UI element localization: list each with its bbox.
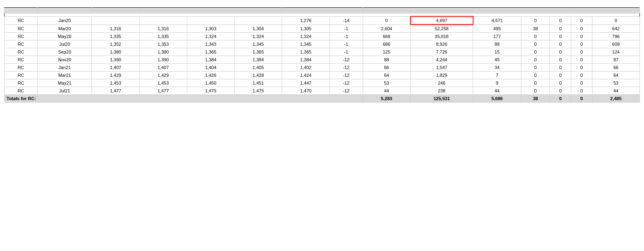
totals-block-volume: 0 xyxy=(571,95,592,103)
header-high xyxy=(139,11,187,13)
table-row: RCJul201,3521,3531,3431,3451,345-16868,9… xyxy=(4,40,640,48)
cell-vol-change: 45 xyxy=(473,56,521,64)
cell-close: 1,405 xyxy=(234,64,282,72)
header-oi xyxy=(411,11,473,13)
header-low xyxy=(187,11,234,13)
header-commodity-name xyxy=(4,8,38,13)
totals-label: Totals for RC: xyxy=(4,95,363,103)
totals-row: Totals for RC:5,283125,5315,68638002,485 xyxy=(4,95,640,103)
cell-block-volume: 0 xyxy=(571,16,592,25)
cell-efp: 0 xyxy=(521,16,550,25)
cell-open: 1,407 xyxy=(92,64,139,72)
cell-close: 1,428 xyxy=(234,72,282,79)
table-row: RCJan201,276-1404,6974,6710000 xyxy=(4,16,640,25)
cell-high: 1,477 xyxy=(139,87,187,95)
header-settle xyxy=(282,8,363,11)
cell-efp: 0 xyxy=(521,40,550,48)
header-total-volume xyxy=(363,11,410,13)
cell-close: 1,324 xyxy=(234,33,282,40)
cell-vol-change: 495 xyxy=(473,25,521,33)
cell-price: 1,402 xyxy=(282,64,330,72)
cell-open: 1,429 xyxy=(92,72,139,79)
cell-high: 1,353 xyxy=(139,40,187,48)
cell-oi: 1,547 xyxy=(411,64,473,72)
table-row: RCJul211,4771,4771,4751,4751,470-1244238… xyxy=(4,87,640,95)
cell-oi: 52,258 xyxy=(411,25,473,33)
cell-commodity: RC xyxy=(4,48,38,56)
table-row: RCJan211,4071,4071,4041,4051,402-12661,5… xyxy=(4,64,640,72)
cell-efs: 0 xyxy=(550,33,571,40)
cell-month: May20 xyxy=(38,33,92,40)
cell-efs: 0 xyxy=(550,79,571,87)
cell-block-volume: 0 xyxy=(571,72,592,79)
cell-commodity: RC xyxy=(4,72,38,79)
cell-block-volume: 0 xyxy=(571,48,592,56)
cell-price: 1,424 xyxy=(282,72,330,79)
cell-close: 1,384 xyxy=(234,56,282,64)
cell-efp: 0 xyxy=(521,72,550,79)
cell-vol-change: 177 xyxy=(473,33,521,40)
cell-commodity: RC xyxy=(4,64,38,72)
cell-change: -12 xyxy=(330,87,363,95)
cell-price: 1,365 xyxy=(282,48,330,56)
cell-spread-volume: 642 xyxy=(592,25,640,33)
cell-oi: 1,829 xyxy=(411,72,473,79)
cell-high: 1,429 xyxy=(139,72,187,79)
cell-month: Jul20 xyxy=(38,40,92,48)
cell-efp: 0 xyxy=(521,87,550,95)
cell-spread-volume: 124 xyxy=(592,48,640,56)
cell-vol-change: 7 xyxy=(473,72,521,79)
cell-block-volume: 0 xyxy=(571,87,592,95)
header-settle-change xyxy=(330,11,363,13)
cell-efs: 0 xyxy=(550,16,571,25)
cell-oi: 4,244 xyxy=(411,56,473,64)
cell-total-volume: 53 xyxy=(363,79,410,87)
cell-low: 1,426 xyxy=(187,72,234,79)
cell-price: 1,470 xyxy=(282,87,330,95)
cell-change: -12 xyxy=(330,79,363,87)
cell-price: 1,305 xyxy=(282,25,330,33)
cell-block-volume: 0 xyxy=(571,64,592,72)
cell-high xyxy=(139,16,187,25)
cell-low: 1,404 xyxy=(187,64,234,72)
cell-oi: 7,726 xyxy=(411,48,473,56)
cell-close: 1,475 xyxy=(234,87,282,95)
cell-vol-change: 44 xyxy=(473,87,521,95)
cell-efs: 0 xyxy=(550,64,571,72)
table-row: RCMay201,3351,3351,3241,3241,324-166835,… xyxy=(4,33,640,40)
cell-price: 1,276 xyxy=(282,16,330,25)
cell-change: -1 xyxy=(330,33,363,40)
cell-spread-volume: 66 xyxy=(592,64,640,72)
cell-efs: 0 xyxy=(550,72,571,79)
header-spread-volume xyxy=(592,11,640,13)
header-contract-month xyxy=(38,8,92,13)
cell-close: 1,345 xyxy=(234,40,282,48)
cell-oi: 8,926 xyxy=(411,40,473,48)
totals-efp: 38 xyxy=(521,95,550,103)
cell-total-volume: 0 xyxy=(363,16,410,25)
cell-open: 1,390 xyxy=(92,56,139,64)
cell-month: Mar21 xyxy=(38,72,92,79)
cell-close: 1,365 xyxy=(234,48,282,56)
cell-month: Jan20 xyxy=(38,16,92,25)
header-block-volume xyxy=(571,11,592,13)
cell-low xyxy=(187,16,234,25)
cell-open: 1,352 xyxy=(92,40,139,48)
header-volume-oi xyxy=(363,8,640,11)
cell-oi: 35,818 xyxy=(411,33,473,40)
cell-open xyxy=(92,16,139,25)
cell-total-volume: 66 xyxy=(363,64,410,72)
cell-total-volume: 686 xyxy=(363,40,410,48)
cell-commodity: RC xyxy=(4,33,38,40)
cell-commodity: RC xyxy=(4,40,38,48)
header-change xyxy=(473,11,521,13)
cell-vol-change: 4,671 xyxy=(473,16,521,25)
cell-vol-change: 9 xyxy=(473,79,521,87)
cell-commodity: RC xyxy=(4,56,38,64)
cell-close xyxy=(234,16,282,25)
cell-high: 1,316 xyxy=(139,25,187,33)
cell-open: 1,453 xyxy=(92,79,139,87)
cell-spread-volume: 44 xyxy=(592,87,640,95)
cell-low: 1,303 xyxy=(187,25,234,33)
cell-spread-volume: 53 xyxy=(592,79,640,87)
